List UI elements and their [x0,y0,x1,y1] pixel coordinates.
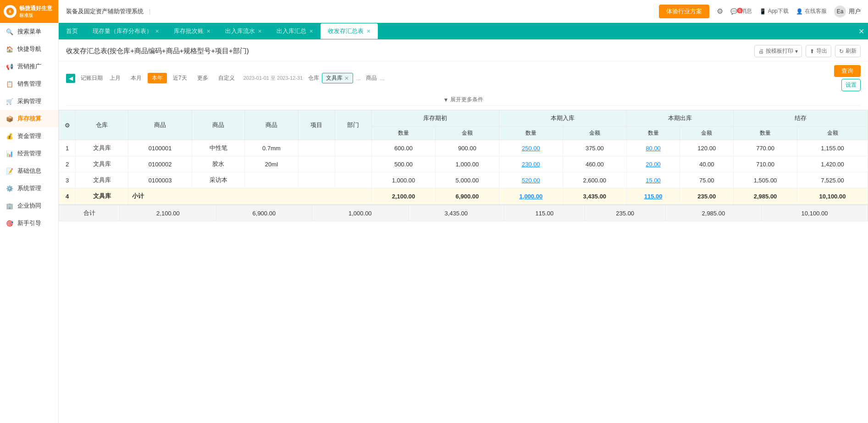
purchase-icon: 🛒 [6,97,14,105]
warehouse-more[interactable]: ... [356,75,360,82]
subtotal-outbound-qty[interactable]: 115.00 [626,188,680,204]
content-inner: 收发存汇总表(按仓库+商品编码+商品+规格型号+项目+部门) 🖨 按模板打印 ▾… [59,39,868,423]
date-btn-more[interactable]: 更多 [193,73,212,83]
tab-inventory-dist[interactable]: 现存量（库存分布表） ✕ [85,23,166,39]
app-logo: 6 畅捷通好生意 标准版 [0,0,58,23]
sidebar-item-enterprise[interactable]: 🏢 企业协同 [0,197,58,214]
sidebar-item-operations[interactable]: 📊 经营管理 [0,145,58,162]
date-btn-this-year[interactable]: 本年 [148,73,167,83]
tab-batch-close[interactable]: ✕ [206,28,210,34]
subtotal-inbound-qty[interactable]: 1,000.00 [499,188,563,204]
th-gear[interactable]: ⚙ [59,110,76,140]
sidebar-item-search[interactable]: 🔍 搜索菜单 [0,23,58,40]
sidebar-item-label: 营销推广 [17,62,41,71]
sidebar-item-basic-info[interactable]: 📝 基础信息 [0,162,58,180]
sidebar-item-purchase[interactable]: 🛒 采购管理 [0,93,58,110]
date-btn-last-month[interactable]: 上月 [105,73,125,83]
sidebar-item-finance[interactable]: 💰 资金管理 [0,127,58,145]
online-service-btn[interactable]: 👤 在线客服 [796,7,827,15]
app-name: 畅捷通好生意 [19,5,52,12]
sidebar-item-label: 系统管理 [17,184,41,192]
row-inbound-qty[interactable]: 520.00 [499,172,563,188]
tab-in-out-flow-label: 出入库流水 [225,27,255,35]
row-outbound-qty[interactable]: 15.00 [626,172,680,188]
print-icon: 🖨 [758,48,764,55]
date-btn-this-month[interactable]: 本月 [127,73,146,83]
row-opening-amt: 1,000.00 [435,156,499,172]
filter-row-1: ◀ 记账日期 上月 本月 本年 近7天 更多 自定义 2023-01-01 至 … [66,65,861,91]
row-outbound-qty[interactable]: 20.00 [626,156,680,172]
settings-btn[interactable]: 设置 [841,79,861,91]
tab-in-out-summary[interactable]: 出入库汇总 ✕ [269,23,321,39]
row-opening-qty: 500.00 [372,156,436,172]
tab-recv-send-summary[interactable]: 收发存汇总表 ✕ [321,23,378,39]
refresh-btn[interactable]: ↻ 刷新 [835,45,861,57]
sidebar-item-sales[interactable]: 📋 销售管理 [0,75,58,93]
row-no: 1 [59,140,76,156]
th-balance-qty: 数量 [734,126,797,140]
gear-icon[interactable]: ⚙ [717,7,723,16]
export-btn[interactable]: ⬆ 导出 [806,45,831,57]
row-product-spec [245,172,299,188]
sidebar-item-label: 库存核算 [17,115,41,123]
table-row: 1 文具库 0100001 中性笔 0.7mm 600.00 900.00 25… [59,140,868,156]
finance-icon: 💰 [6,132,14,140]
row-inbound-qty[interactable]: 250.00 [499,140,563,156]
date-btn-7days[interactable]: 近7天 [169,73,191,83]
tab-inventory-dist-close[interactable]: ✕ [155,28,159,34]
tab-in-out-flow-close[interactable]: ✕ [258,28,262,34]
product-more[interactable]: ... [380,75,384,82]
total-outbound-qty: 115.00 [504,205,585,221]
subtotal-warehouse: 文具库 [76,188,128,204]
user-btn[interactable]: Ea 用户 [834,5,861,17]
trial-btn[interactable]: 体验行业方案 [659,5,709,18]
sidebar-item-inventory[interactable]: 📦 库存核算 [0,110,58,127]
row-product-name: 中性笔 [192,140,245,156]
warehouse-tag[interactable]: 文具库 ✕ [322,73,353,83]
filter-bar: ◀ 记账日期 上月 本月 本年 近7天 更多 自定义 2023-01-01 至 … [59,61,868,110]
row-outbound-amt: 120.00 [680,140,734,156]
data-table-container: ⚙ 仓库 商品 商品 商品 项目 部门 库存期初 本期入库 本期出库 结存 [59,110,868,423]
row-inbound-amt: 460.00 [563,156,626,172]
refresh-icon: ↻ [839,48,844,55]
tab-batch[interactable]: 库存批次账 ✕ [166,23,218,39]
tab-in-out-flow[interactable]: 出入库流水 ✕ [218,23,269,39]
sidebar-item-beginner[interactable]: 🎯 新手引导 [0,214,58,232]
th-product-code: 商品 [128,110,192,140]
th-opening: 库存期初 [372,110,499,126]
sidebar-item-label: 企业协同 [17,202,41,210]
gear-icon[interactable]: ⚙ [65,122,70,129]
row-department [335,172,371,188]
row-department [335,156,371,172]
print-template-btn[interactable]: 🖨 按模板打印 ▾ [754,45,802,57]
row-outbound-qty[interactable]: 80.00 [626,140,680,156]
row-opening-amt: 900.00 [435,140,499,156]
sidebar-item-system[interactable]: ⚙️ 系统管理 [0,180,58,197]
close-all-tabs[interactable]: ✕ [858,27,864,36]
sidebar-item-label: 基础信息 [17,167,41,175]
sidebar-item-marketing[interactable]: 📢 营销推广 [0,58,58,75]
row-inbound-amt: 2,600.00 [563,172,626,188]
warehouse-tag-close[interactable]: ✕ [344,75,349,82]
row-inbound-qty[interactable]: 230.00 [499,156,563,172]
tab-in-out-summary-close[interactable]: ✕ [309,28,313,34]
messages-btn[interactable]: 💬 6 消息 [730,7,752,15]
filter-toggle-btn[interactable]: ◀ [66,74,75,83]
warehouse-tag-value: 文具库 [326,74,343,82]
sidebar-item-quick-nav[interactable]: 🏠 快捷导航 [0,40,58,58]
total-balance-amt: 10,100.00 [762,205,868,221]
row-outbound-amt: 40.00 [680,156,734,172]
app-download-label: App下载 [768,7,789,15]
app-download-btn[interactable]: 📱 App下载 [759,7,789,15]
tab-home[interactable]: 首页 [59,23,85,39]
expand-more-btn[interactable]: ▼ 展开更多条件 [66,94,861,106]
query-btn[interactable]: 查询 [834,65,861,77]
subtotal-row: 4 文具库 小计 2,100.00 6,900.00 1,000.00 3,43… [59,188,868,204]
subtotal-outbound-amt: 235.00 [680,188,734,204]
row-product-spec: 0.7mm [245,140,299,156]
tab-recv-send-summary-close[interactable]: ✕ [366,28,370,34]
subtotal-balance-qty: 2,985.00 [734,188,797,204]
row-no: 3 [59,172,76,188]
date-btn-custom[interactable]: 自定义 [214,73,239,83]
data-table: ⚙ 仓库 商品 商品 商品 项目 部门 库存期初 本期入库 本期出库 结存 [59,110,868,204]
